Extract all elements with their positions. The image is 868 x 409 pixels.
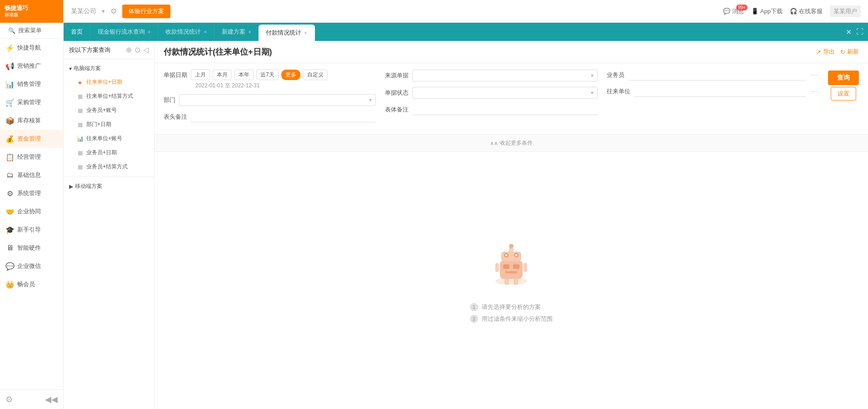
status-select[interactable]: ▾ xyxy=(412,87,597,99)
experience-btn[interactable]: 体验行业方案 xyxy=(122,5,170,18)
sidebar-search[interactable]: 🔍 搜索菜单 xyxy=(0,23,63,39)
scheme-settings-icon[interactable]: ⊙ xyxy=(135,45,140,54)
source-select[interactable]: ▾ xyxy=(412,70,597,81)
date-btn-7days[interactable]: 近7天 xyxy=(256,70,279,80)
sidebar-item-guide[interactable]: 🎓新手引导 xyxy=(0,221,63,239)
header-note-filter: 表头备注 xyxy=(164,111,376,122)
sidebar-item-purchase[interactable]: 🛒采购管理 xyxy=(0,93,63,111)
date-btn-this-month[interactable]: 本月 xyxy=(213,70,232,80)
message-icon: 💬 xyxy=(723,8,730,15)
sidebar-item-label-wechat: 企业微信 xyxy=(17,262,41,270)
maximize-icon[interactable]: ⛶ xyxy=(856,28,863,36)
service-icon: 🎧 xyxy=(790,8,797,15)
tab-home[interactable]: 首页 xyxy=(64,23,90,41)
date-range-display: 2022-01-01 至 2022-12-31 xyxy=(195,82,259,89)
sidebar-item-member[interactable]: 👑畅会员 xyxy=(0,275,63,293)
svg-rect-13 xyxy=(524,263,527,272)
scheme-item-label: 业务员+账号 xyxy=(86,106,117,114)
counterpart-more-btn[interactable]: ··· xyxy=(809,87,819,96)
sidebar-item-label-sales: 销售管理 xyxy=(17,80,41,88)
sidebar-item-quick-nav[interactable]: ⚡快捷导航 xyxy=(0,39,63,57)
company-dropdown-icon[interactable]: ▾ xyxy=(102,8,105,15)
collapse-bar[interactable]: ∧∧ 收起更多条件 xyxy=(155,135,868,152)
content-area: 按以下方案查询 ⊕ ⊙ ◁ ▾ 电脑端方案 ●往来单位+日期▦往来单位+结算方式… xyxy=(64,41,868,409)
staff-input[interactable] xyxy=(628,70,806,81)
scheme-table-icon: ▦ xyxy=(76,93,84,100)
date-btn-custom[interactable]: 自定义 xyxy=(303,70,328,80)
date-btn-this-year[interactable]: 本年 xyxy=(234,70,254,80)
close-all-tabs-icon[interactable]: ✕ xyxy=(846,28,852,36)
sidebar-item-sys-manage[interactable]: ⚙系统管理 xyxy=(0,184,63,202)
tab-cashflow[interactable]: 现金银行流水查询× xyxy=(90,23,158,41)
counterpart-input[interactable] xyxy=(634,86,806,97)
status-dropdown-icon: ▾ xyxy=(591,90,594,96)
sidebar-item-icon-wechat: 💬 xyxy=(5,262,15,271)
scheme-item-staff-payment[interactable]: ▦业务员+结算方式 xyxy=(64,160,154,174)
scheme-item-counterpart-account[interactable]: 📊往来单位+账号 xyxy=(64,131,154,146)
dept-select[interactable]: ▾ xyxy=(179,94,376,106)
sidebar-item-enterprise[interactable]: 🤝企业协同 xyxy=(0,202,63,221)
body-note-input[interactable] xyxy=(412,104,597,115)
refresh-btn[interactable]: ↻ 刷新 xyxy=(840,48,859,56)
mobile-group-title[interactable]: ▶ 移动端方案 xyxy=(64,180,154,193)
sidebar-item-sales[interactable]: 📊销售管理 xyxy=(0,75,63,93)
svg-rect-4 xyxy=(505,271,517,273)
tab-payment[interactable]: 付款情况统计× xyxy=(259,25,314,41)
collapse-icon: ∧∧ xyxy=(490,140,498,146)
sidebar-item-wechat[interactable]: 💬企业微信 xyxy=(0,257,63,275)
add-scheme-icon[interactable]: ⊕ xyxy=(126,45,132,54)
tab-close-new-scheme[interactable]: × xyxy=(248,29,251,35)
message-btn[interactable]: 💬 消息 99+ xyxy=(723,7,744,15)
online-service-btn[interactable]: 🎧 在线客服 xyxy=(790,7,823,15)
date-btn-last-month[interactable]: 上月 xyxy=(191,70,210,80)
collapse-sidebar-icon[interactable]: ◀◀ xyxy=(45,394,58,404)
tab-receivable[interactable]: 收款情况统计× xyxy=(158,23,214,41)
scheme-table-icon: ▦ xyxy=(76,107,84,114)
scheme-table-icon: ▦ xyxy=(76,163,84,171)
topbar-right: 💬 消息 99+ 📱 App下载 🎧 在线客服 某某用户 xyxy=(723,5,861,17)
sidebar-item-icon-marketing: 📢 xyxy=(5,61,15,71)
topbar-settings-icon[interactable]: ⚙ xyxy=(110,7,117,15)
user-avatar[interactable]: 某某用户 xyxy=(830,5,861,17)
sidebar-item-inventory[interactable]: 📦库存核算 xyxy=(0,111,63,130)
date-btn-more[interactable]: 更多 xyxy=(281,70,300,80)
scheme-item-dept-date[interactable]: ▦部门+日期 xyxy=(64,117,154,131)
tab-label-payment: 付款情况统计 xyxy=(266,29,301,37)
tab-close-cashflow[interactable]: × xyxy=(148,29,150,35)
scheme-item-counterpart-date[interactable]: ●往来单位+日期 xyxy=(64,75,154,89)
tab-close-payment[interactable]: × xyxy=(304,30,307,35)
query-btn[interactable]: 查询 xyxy=(828,71,859,85)
tab-close-receivable[interactable]: × xyxy=(204,29,206,35)
desktop-group-title[interactable]: ▾ 电脑端方案 xyxy=(64,62,154,75)
tab-label-cashflow: 现金银行流水查询 xyxy=(98,28,145,36)
export-btn[interactable]: ↗ 导出 xyxy=(816,48,835,56)
header-note-input[interactable] xyxy=(191,111,376,122)
scheme-item-counterpart-payment[interactable]: ▦往来单位+结算方式 xyxy=(64,89,154,103)
sidebar-item-smart-hw[interactable]: 🖥智能硬件 xyxy=(0,239,63,257)
topbar-left: 某某公司 ▾ ⚙ 体验行业方案 xyxy=(71,5,170,18)
sidebar-item-icon-quick-nav: ⚡ xyxy=(5,43,15,52)
left-panel: 按以下方案查询 ⊕ ⊙ ◁ ▾ 电脑端方案 ●往来单位+日期▦往来单位+结算方式… xyxy=(64,41,155,409)
svg-rect-3 xyxy=(513,264,519,269)
sidebar-item-label-smart-hw: 智能硬件 xyxy=(17,244,41,252)
left-panel-header-actions: ⊕ ⊙ ◁ xyxy=(126,45,149,54)
app-download-btn[interactable]: 📱 App下载 xyxy=(751,7,783,15)
scheme-item-staff-date[interactable]: ▦业务员+日期 xyxy=(64,146,154,160)
sidebar-item-capital[interactable]: 💰资金管理 xyxy=(0,130,63,148)
empty-illustration xyxy=(484,238,539,294)
sidebar-item-marketing[interactable]: 📢营销推广 xyxy=(0,57,63,75)
staff-more-btn[interactable]: ··· xyxy=(809,71,819,79)
tab-new-scheme[interactable]: 新建方案× xyxy=(215,23,259,41)
settings-icon[interactable]: ⚙ xyxy=(5,394,13,404)
svg-rect-2 xyxy=(503,264,509,269)
scheme-table-icon: ▦ xyxy=(76,149,84,157)
sidebar-item-icon-member: 👑 xyxy=(5,280,15,289)
sidebar-item-operation[interactable]: 📋经营管理 xyxy=(0,148,63,166)
filter-settings-btn[interactable]: 设置 xyxy=(831,87,856,101)
scheme-item-staff-account[interactable]: ▦业务员+账号 xyxy=(64,103,154,117)
collapse-panel-icon[interactable]: ◁ xyxy=(143,45,149,54)
sidebar-item-basic-info[interactable]: 🗂基础信息 xyxy=(0,166,63,184)
date-label: 单据日期 xyxy=(164,71,187,79)
sidebar-footer: ⚙ ◀◀ xyxy=(0,389,63,409)
tab-label-receivable: 收款情况统计 xyxy=(165,28,201,36)
